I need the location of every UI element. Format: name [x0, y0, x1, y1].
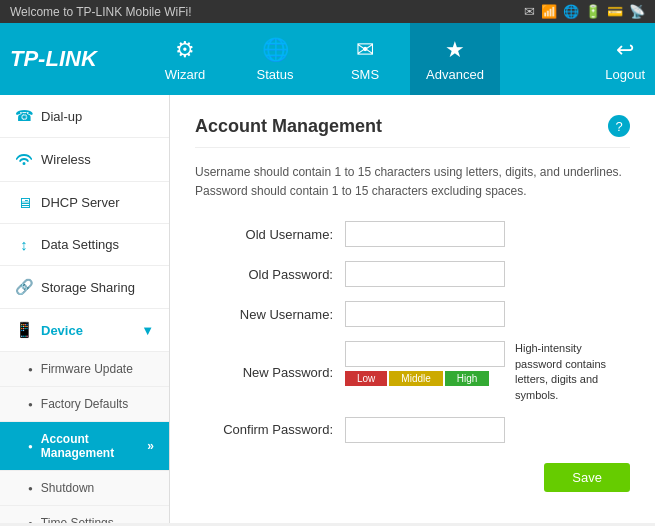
new-username-input[interactable] [345, 301, 505, 327]
bullet-icon: ● [28, 365, 33, 374]
sidebar-item-wireless-label: Wireless [41, 152, 91, 167]
device-submenu: ● Firmware Update ● Factory Defaults ● A… [0, 352, 169, 523]
save-row: Save [195, 463, 630, 492]
old-username-label: Old Username: [195, 227, 345, 242]
strength-high: High [445, 371, 490, 386]
new-password-row: New Password: Low Middle High High-inten… [195, 341, 630, 403]
storagesharing-icon: 🔗 [15, 278, 33, 296]
sidebar-item-storagesharing[interactable]: 🔗 Storage Sharing [0, 266, 169, 309]
bullet-icon: ● [28, 442, 33, 451]
status-icon: 🌐 [262, 37, 289, 63]
old-password-label: Old Password: [195, 267, 345, 282]
sidebar-sub-shutdown-label: Shutdown [41, 481, 94, 495]
strength-middle: Middle [389, 371, 442, 386]
tab-status[interactable]: 🌐 Status [230, 23, 320, 95]
password-section: Low Middle High High-intensity password … [345, 341, 630, 403]
logout-icon: ↩ [616, 37, 634, 63]
sidebar-item-datasettings[interactable]: ↕ Data Settings [0, 224, 169, 266]
sidebar-item-storagesharing-label: Storage Sharing [41, 280, 135, 295]
sidebar-item-device-label: Device [41, 323, 83, 338]
nav-tabs: ⚙ Wizard 🌐 Status ✉ SMS ★ Advanced [140, 23, 605, 95]
old-username-input[interactable] [345, 221, 505, 247]
strength-low: Low [345, 371, 387, 386]
bullet-icon: ● [28, 400, 33, 409]
confirm-password-input[interactable] [345, 417, 505, 443]
dhcp-icon: 🖥 [15, 194, 33, 211]
sidebar-item-dhcp-label: DHCP Server [41, 195, 120, 210]
wizard-icon: ⚙ [175, 37, 195, 63]
tab-wizard[interactable]: ⚙ Wizard [140, 23, 230, 95]
old-password-input[interactable] [345, 261, 505, 287]
logout-area[interactable]: ↩ Logout [605, 37, 645, 82]
old-password-row: Old Password: [195, 261, 630, 287]
old-username-row: Old Username: [195, 221, 630, 247]
content-header: Account Management ? [195, 115, 630, 148]
info-line2: Password should contain 1 to 15 characte… [195, 184, 527, 198]
new-password-label: New Password: [195, 365, 345, 380]
tab-advanced-label: Advanced [426, 67, 484, 82]
bullet-icon: ● [28, 484, 33, 493]
save-button[interactable]: Save [544, 463, 630, 492]
advanced-icon: ★ [445, 37, 465, 63]
top-bar-icons: ✉ 📶 🌐 🔋 💳 📡 [524, 4, 645, 19]
sidebar-sub-firmware[interactable]: ● Firmware Update [0, 352, 169, 387]
new-username-label: New Username: [195, 307, 345, 322]
tab-wizard-label: Wizard [165, 67, 205, 82]
datasettings-icon: ↕ [15, 236, 33, 253]
strength-bars: Low Middle High [345, 371, 505, 386]
device-icon: 📱 [15, 321, 33, 339]
confirm-password-row: Confirm Password: [195, 417, 630, 443]
sidebar-sub-account-label: Account Management [41, 432, 137, 460]
confirm-password-label: Confirm Password: [195, 422, 345, 437]
sms-icon: ✉ [356, 37, 374, 63]
sidebar-sub-factory[interactable]: ● Factory Defaults [0, 387, 169, 422]
chevron-down-icon: ▼ [141, 323, 154, 338]
password-hint-area: High-intensity password contains letters… [515, 341, 630, 403]
tab-status-label: Status [257, 67, 294, 82]
globe-icon: 🌐 [563, 4, 579, 19]
sidebar-item-device[interactable]: 📱 Device ▼ [0, 309, 169, 352]
sidebar-item-wireless[interactable]: Wireless [0, 138, 169, 182]
info-text: Username should contain 1 to 15 characte… [195, 163, 630, 201]
sidebar-sub-shutdown[interactable]: ● Shutdown [0, 471, 169, 506]
password-hint: High-intensity password contains letters… [515, 341, 630, 403]
wireless-icon [15, 150, 33, 169]
new-username-row: New Username: [195, 301, 630, 327]
tab-sms[interactable]: ✉ SMS [320, 23, 410, 95]
sidebar-sub-time-label: Time Settings [41, 516, 114, 523]
info-line1: Username should contain 1 to 15 characte… [195, 165, 622, 179]
main-content: Account Management ? Username should con… [170, 95, 655, 523]
tab-advanced[interactable]: ★ Advanced [410, 23, 500, 95]
sidebar-sub-time[interactable]: ● Time Settings [0, 506, 169, 523]
sidebar: ☎ Dial-up Wireless 🖥 DHCP Server ↕ Data … [0, 95, 170, 523]
wifi-icon: 📡 [629, 4, 645, 19]
sidebar-item-datasettings-label: Data Settings [41, 237, 119, 252]
sidebar-item-dhcp[interactable]: 🖥 DHCP Server [0, 182, 169, 224]
sidebar-sub-firmware-label: Firmware Update [41, 362, 133, 376]
header: TP-LINK ⚙ Wizard 🌐 Status ✉ SMS ★ Advanc… [0, 23, 655, 95]
top-bar-title: Welcome to TP-LINK Mobile WiFi! [10, 5, 192, 19]
sidebar-sub-factory-label: Factory Defaults [41, 397, 128, 411]
tab-sms-label: SMS [351, 67, 379, 82]
sidebar-sub-account[interactable]: ● Account Management » [0, 422, 169, 471]
sidebar-item-dialup-label: Dial-up [41, 109, 82, 124]
sim-icon: 💳 [607, 4, 623, 19]
help-button[interactable]: ? [608, 115, 630, 137]
new-password-input[interactable] [345, 341, 505, 367]
logo: TP-LINK [10, 46, 140, 72]
signal-icon: 📶 [541, 4, 557, 19]
main-layout: ☎ Dial-up Wireless 🖥 DHCP Server ↕ Data … [0, 95, 655, 523]
dialup-icon: ☎ [15, 107, 33, 125]
password-input-wrapper: Low Middle High [345, 341, 505, 386]
sidebar-item-dialup[interactable]: ☎ Dial-up [0, 95, 169, 138]
envelope-icon: ✉ [524, 4, 535, 19]
logout-label: Logout [605, 67, 645, 82]
page-title: Account Management [195, 116, 382, 137]
battery-icon: 🔋 [585, 4, 601, 19]
top-bar: Welcome to TP-LINK Mobile WiFi! ✉ 📶 🌐 🔋 … [0, 0, 655, 23]
bullet-icon: ● [28, 519, 33, 524]
